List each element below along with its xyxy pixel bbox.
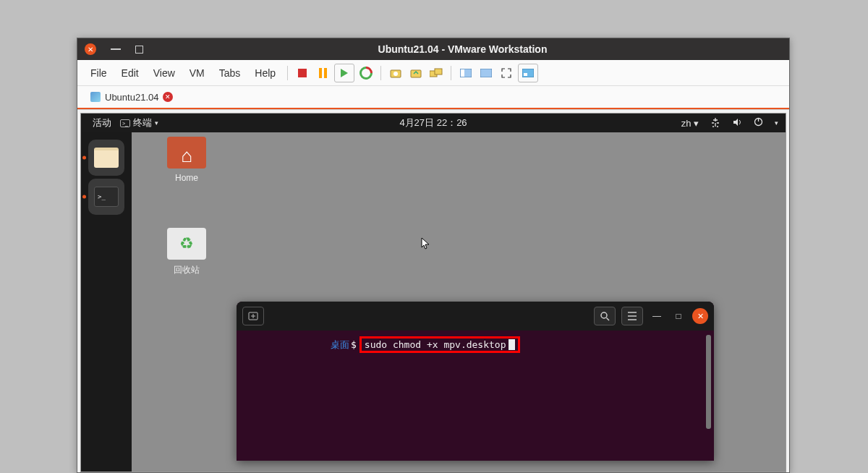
window-minimize-button[interactable]	[111, 48, 121, 50]
clock[interactable]: 4月27日 22：26	[399, 116, 467, 129]
app-menu[interactable]: >_ 终端 ▾	[116, 116, 163, 129]
desktop-area[interactable]: Home ♻ 回收站	[132, 132, 786, 472]
vmware-titlebar: ✕ Ubuntu21.04 - VMware Workstation	[77, 38, 789, 60]
running-indicator	[82, 195, 86, 199]
terminal-line: 桌面$ sudo chmod +x mpv.desktop	[244, 336, 707, 353]
unity-icon	[522, 69, 534, 77]
terminal-maximize-button[interactable]: □	[671, 308, 686, 324]
command-highlight-box: sudo chmod +x mpv.desktop	[359, 336, 520, 353]
prompt-dollar: $	[351, 339, 357, 350]
terminal-close-button[interactable]: ✕	[692, 308, 708, 324]
dock: >_	[81, 132, 132, 472]
files-icon	[94, 148, 119, 168]
volume-icon[interactable]	[732, 117, 742, 129]
new-tab-button[interactable]	[242, 307, 264, 325]
menu-tabs[interactable]: Tabs	[212, 64, 248, 82]
power-off-button[interactable]	[294, 65, 311, 81]
terminal-menu-icon: >_	[120, 119, 130, 127]
svg-point-12	[601, 312, 607, 318]
dock-files[interactable]	[88, 140, 124, 176]
snapshot-manager-button[interactable]	[427, 65, 445, 81]
svg-rect-9	[524, 73, 527, 76]
vm-icon	[90, 92, 101, 102]
vmware-menubar: File Edit View VM Tabs Help	[77, 60, 789, 86]
unity-button[interactable]	[518, 64, 538, 82]
trash-folder-icon: ♻	[167, 228, 206, 260]
single-icon	[480, 69, 492, 77]
desktop-trash-icon[interactable]: ♻ 回收站	[158, 228, 216, 276]
menu-edit[interactable]: Edit	[114, 64, 146, 82]
search-button[interactable]	[594, 307, 616, 325]
hamburger-icon	[627, 312, 637, 320]
terminal-minimize-button[interactable]: —	[649, 308, 665, 324]
svg-point-1	[393, 72, 398, 76]
terminal-content[interactable]: 桌面$ sudo chmod +x mpv.desktop	[237, 331, 714, 461]
vm-tab-label: Ubuntu21.04	[105, 92, 158, 103]
home-label: Home	[175, 173, 198, 183]
vm-tab-ubuntu[interactable]: Ubuntu21.04 ✕	[83, 86, 180, 108]
guest-area: 活动 >_ 终端 ▾ 4月27日 22：26 zh ▾	[77, 109, 789, 472]
svg-rect-7	[480, 69, 492, 77]
trash-label: 回收站	[174, 265, 200, 275]
guest-frame[interactable]: 活动 >_ 终端 ▾ 4月27日 22：26 zh ▾	[80, 113, 786, 472]
thumbnail-icon	[460, 69, 472, 77]
menu-help[interactable]: Help	[247, 64, 283, 82]
fullscreen-icon	[501, 68, 511, 78]
terminal-window[interactable]: — □ ✕ 桌面$ sudo chmod +x mpv.desktop	[237, 302, 714, 461]
fullscreen-button[interactable]	[498, 65, 515, 81]
window-title: Ubuntu21.04 - VMware Workstation	[143, 43, 782, 55]
vmware-window: ✕ Ubuntu21.04 - VMware Workstation File …	[77, 38, 790, 473]
desktop-home-icon[interactable]: Home	[158, 137, 216, 183]
chevron-down-icon: ▾	[155, 119, 158, 127]
gnome-desktop: >_ Home ♻ 回收站	[81, 132, 786, 472]
prompt-cwd: 桌面	[331, 338, 349, 351]
single-window-button[interactable]	[477, 65, 495, 81]
svg-rect-6	[461, 69, 464, 77]
activities-button[interactable]: 活动	[88, 116, 116, 129]
running-indicator	[82, 156, 86, 160]
tab-close-button[interactable]: ✕	[163, 92, 173, 102]
input-method-indicator[interactable]: zh ▾	[681, 118, 699, 129]
play-icon	[341, 69, 348, 77]
chevron-down-icon: ▾	[775, 119, 778, 127]
separator	[451, 66, 451, 80]
terminal-scrollbar[interactable]	[706, 335, 711, 429]
window-close-button[interactable]: ✕	[85, 43, 96, 55]
suspend-button[interactable]	[314, 65, 331, 81]
terminal-cursor	[509, 339, 515, 350]
revert-icon	[410, 68, 422, 78]
thumbnail-button[interactable]	[457, 65, 475, 81]
power-icon[interactable]	[754, 117, 763, 129]
window-maximize-button[interactable]	[135, 46, 143, 54]
vm-tabbar: Ubuntu21.04 ✕	[77, 86, 789, 109]
home-folder-icon	[167, 137, 206, 169]
stop-icon	[298, 69, 307, 77]
terminal-command: sudo chmod +x mpv.desktop	[365, 339, 506, 350]
hamburger-menu-button[interactable]	[621, 307, 643, 325]
dock-terminal[interactable]: >_	[88, 179, 124, 215]
terminal-icon: >_	[94, 187, 119, 207]
menu-view[interactable]: View	[146, 64, 182, 82]
gnome-topbar: 活动 >_ 终端 ▾ 4月27日 22：26 zh ▾	[81, 114, 786, 132]
terminal-headerbar: — □ ✕	[237, 302, 714, 331]
revert-snapshot-button[interactable]	[407, 65, 425, 81]
separator	[380, 66, 381, 80]
window-controls: ✕	[85, 43, 143, 55]
system-tray: zh ▾ ▾	[681, 117, 778, 129]
menu-file[interactable]: File	[83, 64, 114, 82]
snapshot-icon	[390, 68, 401, 78]
menu-vm[interactable]: VM	[182, 64, 212, 82]
app-menu-label: 终端	[133, 116, 152, 129]
power-on-button[interactable]	[334, 64, 354, 82]
manager-icon	[430, 68, 443, 78]
cycle-icon	[357, 64, 375, 82]
new-tab-icon	[248, 312, 258, 320]
network-icon[interactable]	[710, 117, 720, 129]
svg-rect-4	[435, 69, 442, 74]
restart-button[interactable]	[357, 65, 375, 81]
snapshot-button[interactable]	[387, 65, 404, 81]
search-icon	[600, 311, 610, 321]
separator	[287, 66, 288, 80]
pause-icon	[319, 68, 327, 78]
